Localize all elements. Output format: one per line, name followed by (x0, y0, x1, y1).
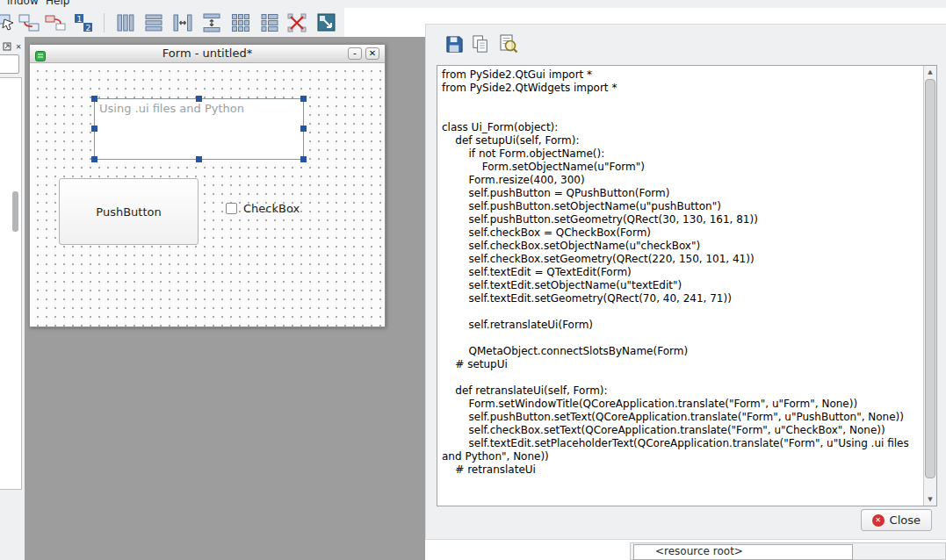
selection-handle-bottom-left[interactable] (91, 156, 97, 162)
widget-filter-input[interactable] (0, 54, 19, 74)
selection-handle-right[interactable] (300, 126, 307, 132)
layout-form-button[interactable] (258, 11, 281, 34)
selection-handle-top[interactable] (196, 96, 202, 102)
selection-handle-bottom[interactable] (196, 156, 202, 162)
adjust-size-button[interactable] (315, 11, 338, 34)
dock-close-button[interactable]: ✕ (13, 41, 24, 52)
code-scrollbar[interactable]: ▲ ▼ (923, 66, 936, 506)
selection-handle-top-left[interactable] (91, 96, 97, 102)
layout-horizontal-splitter-icon (172, 12, 193, 33)
menubar: indow Help (0, 0, 946, 8)
edit-buddies-icon (45, 12, 66, 33)
selection-handle-bottom-right[interactable] (300, 156, 307, 162)
layout-vertical-splitter-button[interactable] (200, 11, 223, 34)
close-dialog-button[interactable]: ✕ Close (861, 509, 932, 531)
find-icon (498, 33, 519, 54)
selection-handle-top-right[interactable] (300, 96, 307, 102)
code-view: from PySide2.QtGui import * from PySide2… (437, 65, 937, 506)
textedit-widget[interactable]: Using .ui files and Python (94, 98, 304, 160)
widget-box-dock: ✕ (0, 37, 25, 560)
layout-vertical-icon (143, 12, 164, 33)
float-dock-icon (3, 42, 11, 51)
layout-vertical-splitter-icon (201, 12, 222, 33)
layout-grid-button[interactable] (229, 11, 252, 34)
checkbox-widget[interactable]: CheckBox (226, 202, 300, 215)
form-minimize-button[interactable]: - (348, 47, 362, 60)
dock-float-button[interactable] (2, 41, 12, 52)
save-code-button[interactable] (443, 32, 466, 55)
widget-box-panel[interactable] (0, 77, 22, 490)
edit-signals-slots-button[interactable] (18, 11, 40, 34)
edit-widgets-icon (0, 12, 17, 33)
resource-browser-panel: <resource root> (630, 542, 946, 560)
edit-signals-slots-icon (18, 12, 40, 33)
resource-root-label: <resource root> (634, 545, 852, 558)
qt-designer-window: indow Help 1 (0, 0, 946, 560)
edit-buddies-button[interactable] (44, 11, 67, 34)
svg-text:2: 2 (86, 24, 91, 32)
menu-window[interactable]: indow (7, 0, 39, 7)
main-toolbar: 1 2 (0, 8, 344, 37)
close-red-circle-icon: ✕ (872, 514, 885, 527)
layout-vertical-button[interactable] (142, 11, 165, 34)
textedit-placeholder-text: Using .ui files and Python (95, 99, 303, 118)
copy-code-button[interactable] (469, 32, 492, 55)
form-window-titlebar[interactable]: Form - untitled* - ✕ (30, 45, 385, 63)
mdi-area: Form - untitled* - ✕ Using .ui files and… (25, 37, 425, 560)
generated-python-code[interactable]: from PySide2.QtGui import * from PySide2… (437, 66, 923, 506)
widget-box-scrollbar[interactable] (12, 191, 18, 232)
close-button-label: Close (890, 513, 921, 527)
toolbar-separator (104, 13, 105, 32)
form-window-title: Form - untitled* (30, 47, 385, 60)
copy-icon (471, 34, 491, 54)
break-layout-button[interactable] (285, 11, 308, 34)
selection-handle-left[interactable] (91, 126, 97, 132)
resource-root-item[interactable]: <resource root> (633, 544, 853, 560)
layout-horizontal-button[interactable] (114, 11, 137, 34)
svg-text:1: 1 (77, 15, 83, 24)
menu-help[interactable]: Help (46, 0, 69, 7)
scroll-down-arrow-icon[interactable]: ▼ (924, 493, 936, 506)
edit-tab-order-button[interactable]: 1 2 (72, 11, 95, 34)
scrollbar-thumb[interactable] (925, 79, 935, 478)
view-code-dialog: from PySide2.QtGui import * from PySide2… (425, 24, 946, 540)
form-canvas[interactable]: Using .ui files and Python PushButton Ch… (30, 63, 385, 327)
layout-grid-icon (230, 12, 251, 33)
layout-horizontal-icon (115, 12, 136, 33)
find-in-code-button[interactable] (497, 32, 520, 55)
pushbutton-widget[interactable]: PushButton (59, 178, 199, 245)
layout-horizontal-splitter-button[interactable] (171, 11, 194, 34)
edit-widgets-button[interactable] (0, 11, 18, 34)
break-layout-icon (286, 12, 307, 33)
checkbox-indicator[interactable] (226, 203, 237, 214)
scroll-up-arrow-icon[interactable]: ▲ (924, 66, 936, 78)
checkbox-label: CheckBox (243, 202, 300, 215)
layout-form-icon (259, 12, 280, 33)
adjust-size-icon (316, 12, 337, 33)
form-close-button[interactable]: ✕ (365, 47, 379, 60)
form-window: Form - untitled* - ✕ Using .ui files and… (29, 44, 386, 327)
save-icon (444, 34, 465, 54)
edit-tab-order-icon: 1 2 (73, 12, 94, 33)
